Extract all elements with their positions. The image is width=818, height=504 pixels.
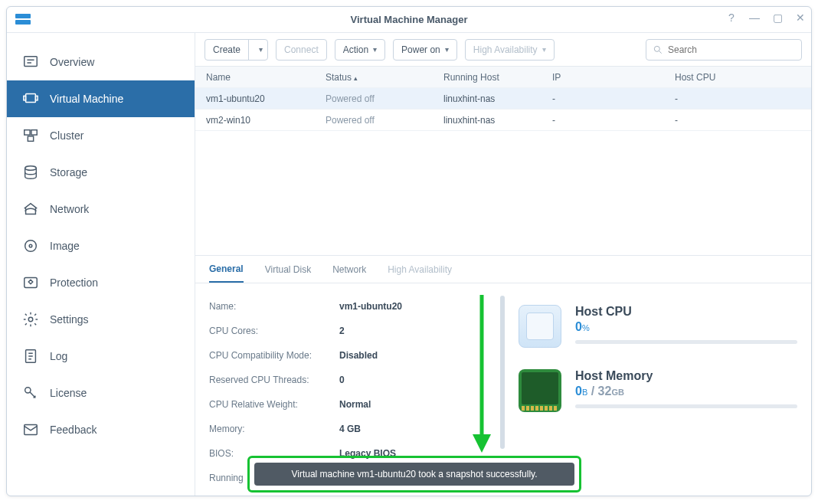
sidebar-item-storage[interactable]: Storage — [7, 154, 195, 191]
svg-point-17 — [654, 46, 659, 51]
sidebar-item-log[interactable]: Log — [7, 338, 195, 375]
svg-point-13 — [28, 317, 33, 322]
svg-rect-3 — [26, 94, 36, 103]
app-icon — [15, 11, 31, 27]
svg-point-9 — [25, 166, 37, 171]
svg-rect-16 — [25, 425, 38, 435]
titlebar: Virtual Machine Manager ? — ▢ ✕ — [7, 7, 811, 33]
sidebar-label: Storage — [50, 166, 87, 178]
svg-rect-2 — [25, 57, 38, 67]
sidebar-label: Image — [50, 240, 80, 252]
close-button[interactable]: ✕ — [794, 11, 807, 24]
sidebar-label: Settings — [50, 313, 89, 326]
help-button[interactable]: ? — [725, 11, 738, 24]
sidebar-item-protection[interactable]: Protection — [7, 264, 195, 301]
sidebar-label: Cluster — [50, 129, 83, 142]
search-input[interactable] — [668, 44, 795, 55]
table-row[interactable]: vm1-ubuntu20 Powered off linuxhint-nas -… — [195, 88, 811, 110]
sidebar-item-network[interactable]: Network — [7, 191, 195, 227]
svg-rect-1 — [15, 20, 31, 25]
sidebar-label: Feedback — [50, 424, 97, 436]
window-title: Virtual Machine Manager — [351, 14, 468, 25]
chevron-down-icon: ▾ — [373, 45, 377, 54]
tab-high-availability[interactable]: High Availability — [388, 257, 452, 282]
table-header: Name Status ▴ Running Host IP Host CPU ⋮ — [195, 67, 811, 88]
scrollbar[interactable] — [500, 296, 505, 449]
main-panel: Create ▾ Connect Action▾ Power on▾ High … — [195, 33, 811, 496]
sidebar-item-cluster[interactable]: Cluster — [7, 117, 195, 154]
action-button[interactable]: Action▾ — [335, 39, 385, 61]
cpu-usage-bar — [575, 340, 797, 344]
sidebar-item-license[interactable]: License — [7, 375, 195, 411]
chevron-down-icon: ▾ — [445, 45, 449, 54]
search-icon — [653, 44, 663, 55]
svg-rect-8 — [28, 136, 33, 141]
stat-host-memory: Host Memory 0B / 32GB — [519, 369, 797, 412]
svg-rect-7 — [31, 130, 37, 135]
memory-icon — [519, 369, 561, 412]
sidebar-item-overview[interactable]: Overview — [7, 44, 195, 80]
svg-point-10 — [25, 241, 37, 252]
tab-network[interactable]: Network — [332, 257, 366, 282]
sidebar-label: Network — [50, 203, 89, 215]
table-row[interactable]: vm2-win10 Powered off linuxhint-nas - - — [195, 110, 811, 131]
search-box[interactable] — [646, 39, 802, 61]
app-window: Virtual Machine Manager ? — ▢ ✕ Overview… — [6, 6, 812, 496]
tab-general[interactable]: General — [209, 257, 244, 283]
col-ip[interactable]: IP — [542, 72, 664, 83]
connect-button[interactable]: Connect — [276, 39, 327, 61]
sidebar-item-feedback[interactable]: Feedback — [7, 411, 195, 448]
sort-asc-icon: ▴ — [354, 74, 358, 82]
high-availability-button[interactable]: High Availability▾ — [465, 39, 555, 61]
svg-point-15 — [25, 388, 31, 393]
toast-notification: Virtual machine vm1-ubuntu20 took a snap… — [247, 456, 581, 493]
column-menu-icon[interactable]: ⋮ — [799, 72, 811, 83]
col-running-host[interactable]: Running Host — [433, 72, 542, 83]
sidebar-label: Protection — [50, 277, 98, 289]
minimize-button[interactable]: — — [748, 11, 761, 24]
create-button[interactable]: Create ▾ — [204, 39, 268, 61]
toolbar: Create ▾ Connect Action▾ Power on▾ High … — [195, 33, 811, 67]
cpu-icon — [519, 305, 561, 348]
col-name[interactable]: Name — [195, 72, 315, 83]
sidebar-label: Virtual Machine — [50, 93, 123, 105]
col-status[interactable]: Status ▴ — [315, 72, 433, 83]
sidebar-label: Log — [50, 350, 67, 362]
detail-tabs: General Virtual Disk Network High Availa… — [195, 256, 811, 283]
col-host-cpu[interactable]: Host CPU — [664, 72, 799, 83]
sidebar-label: Overview — [50, 56, 94, 68]
svg-rect-5 — [35, 96, 38, 100]
sidebar-item-virtual-machine[interactable]: Virtual Machine — [7, 80, 195, 117]
chevron-down-icon[interactable]: ▾ — [254, 45, 267, 54]
toast-message: Virtual machine vm1-ubuntu20 took a snap… — [254, 463, 574, 486]
svg-rect-6 — [25, 130, 30, 135]
tab-virtual-disk[interactable]: Virtual Disk — [265, 257, 311, 282]
svg-rect-0 — [15, 14, 31, 18]
svg-point-11 — [29, 244, 32, 247]
sidebar-item-settings[interactable]: Settings — [7, 301, 195, 338]
stat-host-cpu: Host CPU 0% — [519, 305, 797, 348]
memory-usage-bar — [575, 404, 797, 408]
svg-rect-4 — [24, 96, 26, 100]
sidebar-label: License — [50, 387, 87, 399]
sidebar: Overview Virtual Machine Cluster Storage… — [7, 33, 195, 496]
chevron-down-icon: ▾ — [542, 45, 546, 54]
power-on-button[interactable]: Power on▾ — [393, 39, 457, 61]
maximize-button[interactable]: ▢ — [771, 11, 784, 24]
sidebar-item-image[interactable]: Image — [7, 227, 195, 264]
